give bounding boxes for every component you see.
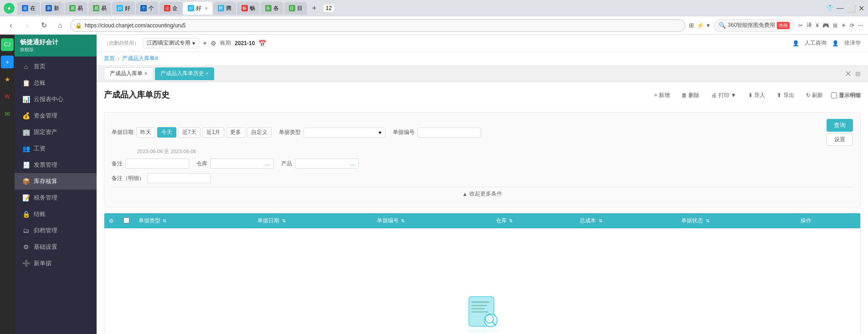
grid-icon: ⊞ xyxy=(833,22,837,29)
refresh-button[interactable]: ↻ 刷新 xyxy=(802,90,827,101)
tab-4[interactable]: 易 易 xyxy=(88,2,111,15)
custom-btn[interactable]: 自定义 xyxy=(247,127,272,138)
icon-sidebar-logo[interactable]: CJ xyxy=(1,38,14,51)
icon-sidebar-mail[interactable]: ✉ xyxy=(1,108,14,120)
maximize-icon[interactable]: ⬜ xyxy=(847,4,856,13)
home-button[interactable]: ⌂ xyxy=(54,19,67,32)
note-filter-group: 备注 xyxy=(112,159,189,169)
tab-1[interactable]: 在 在 xyxy=(17,2,40,15)
display-checkbox-group[interactable]: 显示明细 xyxy=(831,92,861,99)
col-cost[interactable]: 总成本 ⇅ xyxy=(575,213,677,228)
col-warehouse[interactable]: 仓库 ⇅ xyxy=(491,213,575,228)
address-bar[interactable]: 🔒 https://cloud.chanjet.com/accounting/u… xyxy=(70,19,685,32)
warehouse-select[interactable]: ... xyxy=(210,159,274,169)
type-filter-group: 单据类型 ▾ xyxy=(279,128,385,138)
date-filter-group: 单据日期 昨天 今天 近7天 近1月 更多 自定义 xyxy=(112,127,272,138)
collapse-btn[interactable]: ▲ 收起更多条件 xyxy=(112,187,853,200)
company-select[interactable]: 江西嘀宝测试专用 ▾ xyxy=(143,38,199,48)
tab-3[interactable]: 易 易 xyxy=(65,2,87,15)
col-type[interactable]: 单据类型 ⇅ xyxy=(134,213,253,228)
product-more-dots[interactable]: ... xyxy=(350,160,354,167)
breadcrumb-list[interactable]: 产成品入库单# xyxy=(122,55,158,62)
table-checkbox-col[interactable] xyxy=(119,213,134,228)
more-btn[interactable]: 更多 xyxy=(226,127,245,138)
tab-history-close[interactable]: × xyxy=(206,71,209,76)
sidebar-item-close[interactable]: 🔒 结账 xyxy=(15,206,97,222)
sidebar-item-fixed[interactable]: 🏢 固定资产 xyxy=(15,124,97,140)
sidebar-item-inventory[interactable]: 📦 库存核算 xyxy=(15,173,97,190)
add-company-icon[interactable]: + xyxy=(203,39,207,47)
product-filter-group: 产品 ... xyxy=(281,159,359,169)
tab-2[interactable]: 新 新 xyxy=(41,2,64,15)
tab-8-active[interactable]: 好 好 × xyxy=(183,2,212,15)
select-all-checkbox[interactable] xyxy=(123,217,129,223)
refresh-button[interactable]: ↻ xyxy=(37,19,50,32)
icon-sidebar-star[interactable]: ★ xyxy=(1,73,14,86)
type-select[interactable]: ▾ xyxy=(303,128,385,138)
col-type-label: 单据类型 xyxy=(139,217,160,224)
forward-button[interactable]: › xyxy=(21,19,34,32)
user-service-label[interactable]: 人工咨询 xyxy=(805,39,827,47)
tab-8-close[interactable]: × xyxy=(205,6,208,11)
export-button[interactable]: ⬆ 导出 xyxy=(773,90,797,101)
warehouse-filter-label: 仓库 xyxy=(196,160,207,168)
minimize-icon[interactable]: — xyxy=(837,4,844,12)
tab-9[interactable]: 腾 腾 xyxy=(213,2,236,15)
sidebar-item-archive[interactable]: 🗂 归档管理 xyxy=(15,222,97,239)
table-gear-col[interactable]: ⚙ xyxy=(104,213,119,228)
product-select[interactable]: ... xyxy=(295,159,359,169)
tab-10[interactable]: 畅 畅 xyxy=(237,2,260,15)
page-tab-history[interactable]: 产成品入库单历史 × xyxy=(155,67,214,80)
sidebar-item-invoice[interactable]: 🧾 发票管理 xyxy=(15,157,97,173)
panel-expand-button[interactable]: ⊞ xyxy=(855,70,861,77)
col-date[interactable]: 单据日期 ⇅ xyxy=(253,213,372,228)
settings-icon[interactable]: ⚙ xyxy=(211,40,216,47)
sidebar-item-salary[interactable]: 👥 工资 xyxy=(15,140,97,157)
sidebar-item-report-label: 云报表中心 xyxy=(34,95,63,103)
sidebar-item-tax[interactable]: 📝 税务管理 xyxy=(15,190,97,206)
print-button[interactable]: 🖨 打印 ▼ xyxy=(708,90,740,101)
tab-7[interactable]: 企 企 xyxy=(159,2,182,15)
tab-app-icon[interactable]: ● xyxy=(4,2,16,15)
import-button[interactable]: ⬇ 导入 xyxy=(745,90,769,101)
delete-button[interactable]: 🗑 删除 xyxy=(678,90,703,101)
page-tab-list[interactable]: 产成品入库单 × xyxy=(104,67,153,80)
tab-6[interactable]: 个 个 xyxy=(136,2,159,15)
sidebar-item-newbill[interactable]: ➕ 新单据 xyxy=(15,255,97,272)
close-icon[interactable]: ✕ xyxy=(858,4,864,13)
display-checkbox[interactable] xyxy=(831,92,837,98)
icon-sidebar-weibo[interactable]: W xyxy=(1,90,14,103)
back-button[interactable]: ‹ xyxy=(5,19,17,32)
query-button[interactable]: 查询 xyxy=(827,119,853,132)
action-toolbar: + 新增 🗑 删除 🖨 打印 ▼ ⬇ 导入 ⬆ 导出 ↻ 刷新 显示明细 xyxy=(651,90,861,101)
add-button[interactable]: + 新增 xyxy=(651,90,673,101)
number-filter-input[interactable] xyxy=(417,128,481,138)
new-tab-button[interactable]: + xyxy=(308,2,321,15)
week-btn[interactable]: 近7天 xyxy=(178,127,200,138)
sidebar-item-home[interactable]: ⌂ 首页 xyxy=(15,58,97,75)
panel-close-button[interactable]: ✕ xyxy=(845,69,852,79)
warehouse-more-dots[interactable]: ... xyxy=(265,160,270,167)
tab-list-close[interactable]: × xyxy=(144,71,147,76)
tab-12[interactable]: 目 目 xyxy=(284,2,307,15)
col-number[interactable]: 单据编号 ⇅ xyxy=(372,213,491,228)
sidebar-item-ledger[interactable]: 📋 总账 xyxy=(15,75,97,91)
icon-sidebar-accounting[interactable]: + xyxy=(1,56,14,68)
month-btn[interactable]: 近1月 xyxy=(202,127,225,138)
tab-11[interactable]: 各 各 xyxy=(261,2,283,15)
detail-note-filter-label: 备注（明细） xyxy=(112,175,144,182)
yesterday-btn[interactable]: 昨天 xyxy=(136,127,155,138)
col-status[interactable]: 单据状态 ⇅ xyxy=(677,213,796,228)
sidebar-item-funds[interactable]: 💰 资金管理 xyxy=(15,108,97,124)
search-box[interactable]: 🔍 360智能抠图免费用 热搜 xyxy=(714,19,795,32)
sidebar-item-basic[interactable]: ⚙ 基础设置 xyxy=(15,239,97,255)
calendar-icon[interactable]: 📅 xyxy=(258,40,266,47)
settings-btn[interactable]: 设置 xyxy=(827,134,853,146)
today-btn[interactable]: 今天 xyxy=(157,127,176,138)
sidebar-item-report[interactable]: 📊 云报表中心 xyxy=(15,91,97,108)
tab-5[interactable]: 好 好 xyxy=(112,2,135,15)
top-bar-left: （勿删勿禁用） 江西嘀宝测试专用 ▾ + ⚙ 账期 2021-10 📅 xyxy=(104,38,266,48)
detail-note-filter-input[interactable] xyxy=(147,173,211,183)
breadcrumb-home[interactable]: 首页 xyxy=(104,55,115,62)
note-filter-input[interactable] xyxy=(125,159,189,169)
